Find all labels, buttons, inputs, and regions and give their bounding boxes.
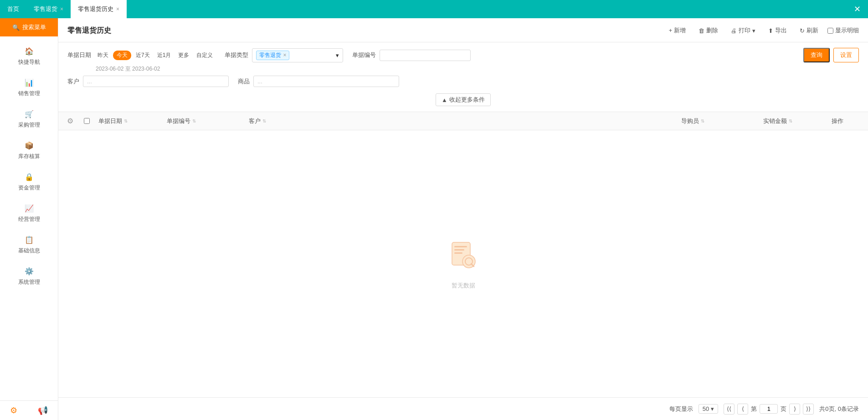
show-detail-checkbox[interactable]: 显示明细: [827, 26, 859, 35]
collapse-button[interactable]: ▲ 收起更多条件: [436, 93, 491, 106]
date-label: 单据日期: [67, 51, 91, 59]
sidebar-item-system-mgmt[interactable]: ⚙️ 系统管理: [0, 260, 58, 292]
tab-retail-return-history-close[interactable]: ×: [116, 6, 119, 12]
date-btn-today[interactable]: 今天: [113, 51, 131, 60]
date-filter-group: 单据日期 昨天 今天 近7天 近1月 更多 自定义: [67, 51, 216, 60]
sidebar-item-quick-nav-label: 快捷导航: [18, 58, 40, 66]
date-range-display: 2023-06-02 至 2023-06-02: [96, 66, 160, 72]
sidebar-item-basic-info[interactable]: 📋 基础信息: [0, 229, 58, 260]
th-date-sort-icon: ⇅: [124, 118, 128, 123]
svg-rect-3: [454, 252, 462, 254]
th-customer[interactable]: 客户 ⇅: [245, 117, 678, 125]
select-all-input[interactable]: [84, 118, 90, 124]
filter-area: 单据日期 昨天 今天 近7天 近1月 更多 自定义 单据类型: [58, 42, 868, 112]
date-btn-1month[interactable]: 近1月: [154, 51, 174, 60]
sales-mgmt-icon: 📊: [24, 77, 35, 88]
show-detail-input[interactable]: [827, 28, 833, 34]
filter-row-1: 单据日期 昨天 今天 近7天 近1月 更多 自定义 单据类型: [67, 48, 859, 62]
tab-retail-return-history[interactable]: 零售退货历史 ×: [71, 0, 127, 18]
settings-button[interactable]: 设置: [833, 48, 859, 62]
svg-rect-2: [454, 249, 464, 251]
tab-retail-return[interactable]: 零售退货 ×: [26, 0, 71, 18]
finance-icon: 🔒: [24, 171, 35, 182]
tab-home-label: 首页: [7, 5, 19, 13]
settings-bottom-icon[interactable]: ⚙: [10, 405, 17, 415]
next-page-button[interactable]: ⟩: [789, 404, 800, 415]
sidebar-bottom: ⚙ 📢: [0, 400, 58, 420]
sidebar-item-inventory[interactable]: 📦 库存核算: [0, 134, 58, 166]
sidebar-menu: 🏠 快捷导航 📊 销售管理 🛒 采购管理 📦 库存核算 🔒 资金管理 📈: [0, 36, 58, 400]
customer-label: 客户: [67, 77, 79, 86]
sidebar-item-operations[interactable]: 📈 经营管理: [0, 197, 58, 229]
notification-icon[interactable]: 📢: [38, 405, 48, 415]
tab-retail-return-label: 零售退货: [34, 5, 57, 13]
system-mgmt-icon: ⚙️: [24, 266, 35, 277]
content-area: 零售退货历史 + 新增 🗑 删除 🖨 打印 ▾ ⬆: [58, 18, 868, 420]
inventory-icon: 📦: [24, 140, 35, 151]
new-button[interactable]: + 新增: [665, 25, 689, 36]
table-settings-icon[interactable]: ⚙: [62, 117, 78, 125]
sidebar-item-quick-nav[interactable]: 🏠 快捷导航: [0, 40, 58, 72]
refresh-button-label: 刷新: [806, 26, 818, 35]
new-button-label: + 新增: [669, 26, 686, 35]
delete-icon: 🗑: [699, 27, 704, 34]
doc-type-dropdown-icon: ▾: [336, 52, 339, 59]
page-nav: ⟨⟨ ⟨ 第 页 ⟩ ⟩⟩: [724, 404, 814, 415]
export-button-label: 导出: [775, 26, 787, 35]
sidebar-item-finance[interactable]: 🔒 资金管理: [0, 166, 58, 197]
doc-type-select[interactable]: 零售退货 × ▾: [252, 48, 343, 62]
customer-select[interactable]: ...: [83, 76, 229, 87]
refresh-button[interactable]: ↻ 刷新: [796, 25, 822, 36]
date-range-btns: 昨天 今天 近7天 近1月 更多 自定义: [95, 51, 216, 60]
operations-icon: 📈: [24, 203, 35, 214]
tab-retail-return-close[interactable]: ×: [60, 6, 63, 12]
doc-type-label: 单据类型: [225, 51, 248, 59]
sidebar-item-sales-mgmt[interactable]: 📊 销售管理: [0, 72, 58, 103]
doc-number-label: 单据编号: [352, 51, 376, 59]
th-amount-label: 实销金额: [763, 117, 787, 125]
sidebar-item-sales-mgmt-label: 销售管理: [18, 90, 40, 97]
doc-number-filter-group: 单据编号: [352, 50, 471, 61]
export-button[interactable]: ⬆ 导出: [765, 25, 791, 36]
page-size-select[interactable]: 50 ▾: [699, 404, 718, 414]
date-btn-custom[interactable]: 自定义: [194, 51, 216, 60]
print-button[interactable]: 🖨 打印 ▾: [727, 25, 759, 36]
purchase-mgmt-icon: 🛒: [24, 108, 35, 119]
header-actions: + 新增 🗑 删除 🖨 打印 ▾ ⬆ 导出: [665, 25, 859, 36]
total-info: 共0页, 0条记录: [819, 405, 859, 413]
prev-page-button[interactable]: ⟨: [737, 404, 748, 415]
first-page-button[interactable]: ⟨⟨: [724, 404, 734, 415]
table-select-all-checkbox[interactable]: [78, 118, 95, 124]
current-page-input[interactable]: [760, 404, 778, 414]
sidebar-search-label: 搜索菜单: [22, 23, 46, 31]
tab-retail-return-history-label: 零售退货历史: [78, 5, 113, 13]
th-number[interactable]: 单据编号 ⇅: [163, 117, 245, 125]
doc-number-input[interactable]: [380, 50, 471, 61]
last-page-button[interactable]: ⟩⟩: [803, 404, 814, 415]
delete-button[interactable]: 🗑 删除: [695, 25, 722, 36]
sidebar-item-basic-info-label: 基础信息: [18, 247, 40, 255]
page-unit: 页: [781, 405, 786, 413]
goods-placeholder: ...: [257, 78, 262, 85]
sidebar-search[interactable]: 🔍 搜索菜单: [0, 18, 58, 36]
th-amount[interactable]: 实销金额 ⇅: [760, 117, 828, 125]
tab-home[interactable]: 首页: [0, 0, 26, 18]
main-layout: 🔍 搜索菜单 🏠 快捷导航 📊 销售管理 🛒 采购管理 📦 库存核算 🔒: [0, 18, 868, 420]
th-date-label: 单据日期: [98, 117, 122, 125]
goods-select[interactable]: ...: [253, 76, 399, 87]
date-btn-yesterday[interactable]: 昨天: [95, 51, 111, 60]
doc-type-tag-close[interactable]: ×: [283, 52, 286, 58]
date-btn-7days[interactable]: 近7天: [133, 51, 153, 60]
page-header: 零售退货历史 + 新增 🗑 删除 🖨 打印 ▾ ⬆: [58, 18, 868, 42]
window-close-button[interactable]: ✕: [854, 4, 868, 14]
query-button[interactable]: 查询: [803, 48, 830, 62]
sidebar-item-finance-label: 资金管理: [18, 184, 40, 192]
search-icon: 🔍: [12, 24, 20, 31]
delete-button-label: 删除: [706, 26, 718, 35]
th-guide[interactable]: 导购员 ⇅: [678, 117, 760, 125]
show-detail-label: 显示明细: [835, 26, 859, 35]
th-date[interactable]: 单据日期 ⇅: [95, 117, 163, 125]
sidebar-item-purchase-mgmt[interactable]: 🛒 采购管理: [0, 103, 58, 134]
date-btn-more[interactable]: 更多: [175, 51, 192, 60]
th-number-sort-icon: ⇅: [192, 118, 196, 123]
